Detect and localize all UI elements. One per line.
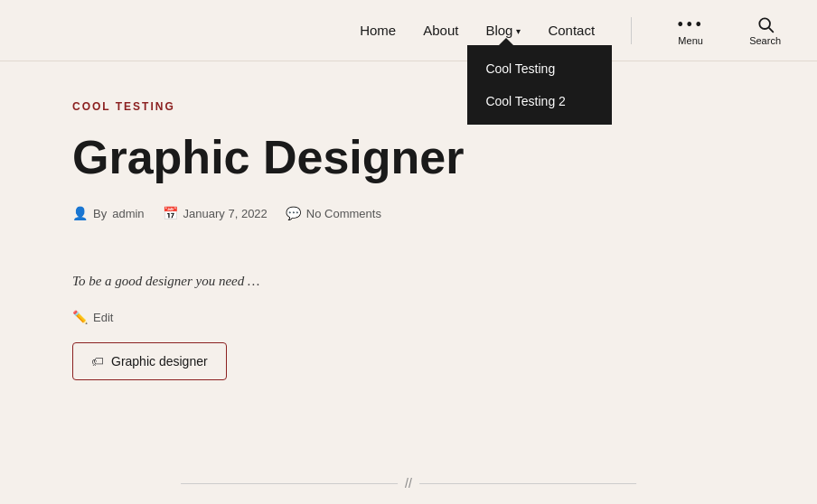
search-icon bbox=[756, 15, 775, 33]
footer-line-right bbox=[419, 483, 636, 484]
edit-icon: ✏️ bbox=[72, 310, 88, 324]
nav-divider bbox=[631, 17, 632, 44]
site-header: Home About Blog ▾ Cool Testing Cool Test… bbox=[0, 0, 817, 61]
tags-box[interactable]: 🏷 Graphic designer bbox=[72, 342, 227, 380]
comment-icon: 💬 bbox=[286, 206, 301, 220]
blog-dropdown-menu: Cool Testing Cool Testing 2 bbox=[467, 45, 612, 125]
edit-link[interactable]: ✏️ Edit bbox=[72, 310, 560, 324]
footer-divider: // bbox=[181, 476, 636, 490]
chevron-down-icon: ▾ bbox=[516, 26, 521, 36]
nav-about[interactable]: About bbox=[423, 23, 458, 38]
post-comments: 💬 No Comments bbox=[286, 206, 381, 220]
nav-home[interactable]: Home bbox=[360, 23, 396, 38]
footer-symbol: // bbox=[405, 476, 412, 490]
menu-dots-icon: ••• bbox=[677, 15, 704, 33]
search-label: Search bbox=[749, 35, 781, 46]
edit-label: Edit bbox=[93, 311, 113, 324]
category-link[interactable]: COOL TESTING bbox=[72, 100, 175, 113]
dropdown-item-cool-testing[interactable]: Cool Testing bbox=[467, 52, 612, 85]
svg-line-1 bbox=[769, 28, 773, 32]
comments-value[interactable]: No Comments bbox=[306, 207, 381, 220]
nav-contact[interactable]: Contact bbox=[548, 23, 595, 38]
nav-blog-dropdown[interactable]: Blog ▾ Cool Testing Cool Testing 2 bbox=[485, 23, 521, 38]
post-date: 📅 January 7, 2022 bbox=[163, 206, 268, 220]
author-name[interactable]: admin bbox=[112, 207, 144, 220]
author-icon: 👤 bbox=[72, 206, 88, 220]
dropdown-item-cool-testing-2[interactable]: Cool Testing 2 bbox=[467, 85, 612, 117]
menu-button[interactable]: ••• Menu bbox=[668, 11, 713, 51]
tag-icon: 🏷 bbox=[91, 354, 104, 369]
calendar-icon: 📅 bbox=[163, 206, 178, 220]
post-date-value: January 7, 2022 bbox=[183, 207, 268, 220]
main-nav: Home About Blog ▾ Cool Testing Cool Test… bbox=[360, 11, 790, 51]
svg-point-0 bbox=[759, 18, 770, 29]
post-meta: 👤 By admin 📅 January 7, 2022 💬 No Commen… bbox=[72, 206, 560, 220]
post-title: Graphic Designer bbox=[72, 132, 560, 183]
tag-value: Graphic designer bbox=[111, 354, 208, 369]
author-prefix: By bbox=[93, 207, 107, 220]
post-author: 👤 By admin bbox=[72, 206, 145, 220]
menu-label: Menu bbox=[678, 35, 703, 46]
search-button[interactable]: Search bbox=[740, 11, 790, 51]
post-excerpt: To be a good designer you need … bbox=[72, 270, 560, 292]
nav-blog-label: Blog bbox=[485, 23, 512, 38]
footer-line-left bbox=[181, 483, 398, 484]
